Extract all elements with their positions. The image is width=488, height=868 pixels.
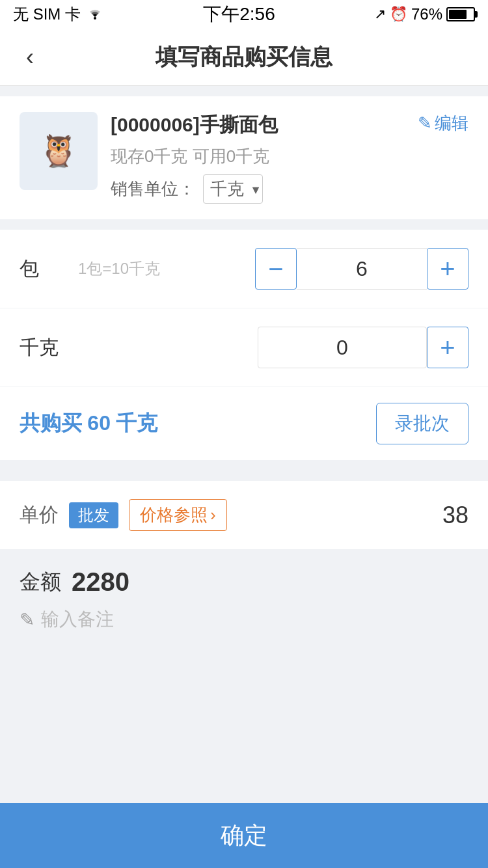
remark-row[interactable]: ✎ 输入备注 bbox=[20, 607, 468, 632]
quantity-label-bao: 包 bbox=[20, 256, 72, 282]
separator-1 bbox=[0, 219, 488, 230]
quantity-input-kg[interactable] bbox=[258, 327, 427, 368]
total-row: 共购买 60 千克 录批次 bbox=[0, 387, 488, 460]
unit-selector[interactable]: 千克 ▾ bbox=[203, 174, 263, 204]
product-info: [0000006]手撕面包 ✎ 编辑 现存0千克 可用0千克 销售单位： 千克 … bbox=[111, 112, 468, 204]
quantity-section: 包 1包=10千克 − + 千克 + bbox=[0, 230, 488, 387]
confirm-button[interactable]: 确定 bbox=[0, 803, 488, 868]
back-button[interactable]: ‹ bbox=[20, 37, 40, 77]
product-card: 🦉 [0000006]手撕面包 ✎ 编辑 现存0千克 可用0千克 销售单位： 千… bbox=[0, 96, 488, 219]
quantity-row-kg: 千克 + bbox=[0, 308, 488, 387]
quantity-controls-bao: − + bbox=[255, 248, 468, 290]
price-tag: 批发 bbox=[69, 502, 118, 528]
price-section: 单价 批发 价格参照 › 38 bbox=[0, 481, 488, 549]
quantity-label-kg: 千克 bbox=[20, 334, 72, 361]
batch-button[interactable]: 录批次 bbox=[376, 403, 468, 444]
amount-value: 2280 bbox=[72, 567, 129, 597]
quantity-row-bao: 包 1包=10千克 − + bbox=[0, 230, 488, 308]
status-icons: ↗ ⏰ 76% bbox=[374, 5, 475, 23]
price-row: 单价 批发 价格参照 › 38 bbox=[20, 499, 468, 531]
minus-button-bao[interactable]: − bbox=[255, 248, 297, 290]
plus-button-kg[interactable]: + bbox=[427, 327, 468, 368]
status-carrier: 无 SIM 卡 bbox=[13, 4, 104, 25]
separator-2 bbox=[0, 460, 488, 470]
bottom-spacer bbox=[0, 645, 488, 723]
unit-label: 销售单位： bbox=[111, 178, 195, 200]
quantity-input-bao[interactable] bbox=[297, 248, 427, 290]
price-value: 38 bbox=[442, 502, 468, 529]
amount-row: 金额 2280 bbox=[20, 567, 468, 597]
page-title: 填写商品购买信息 bbox=[156, 42, 332, 72]
product-unit-row: 销售单位： 千克 ▾ bbox=[111, 174, 468, 204]
location-icon: ↗ bbox=[374, 6, 386, 23]
total-text: 共购买 60 千克 bbox=[20, 409, 157, 438]
amount-label: 金额 bbox=[20, 568, 61, 597]
battery-percent: 76% bbox=[411, 5, 442, 23]
plus-button-bao[interactable]: + bbox=[427, 248, 468, 290]
quantity-hint-bao: 1包=10千克 bbox=[78, 258, 255, 279]
edit-icon: ✎ bbox=[418, 113, 432, 133]
battery-icon bbox=[446, 7, 475, 21]
amount-section: 金额 2280 ✎ 输入备注 bbox=[0, 549, 488, 645]
price-label: 单价 bbox=[20, 502, 59, 528]
product-name: [0000006]手撕面包 bbox=[111, 112, 278, 139]
product-stock: 现存0千克 可用0千克 bbox=[111, 145, 468, 168]
product-image: 🦉 bbox=[20, 112, 98, 190]
price-ref-button[interactable]: 价格参照 › bbox=[129, 499, 227, 531]
status-time: 下午2:56 bbox=[203, 2, 275, 27]
total-unit: 千克 bbox=[116, 411, 157, 435]
remark-icon: ✎ bbox=[20, 609, 34, 631]
edit-button[interactable]: ✎ 编辑 bbox=[418, 112, 468, 135]
quantity-controls-kg: + bbox=[258, 327, 468, 368]
alarm-icon: ⏰ bbox=[390, 6, 407, 23]
nav-bar: ‹ 填写商品购买信息 bbox=[0, 29, 488, 86]
total-amount: 60 bbox=[87, 411, 111, 435]
chevron-right-icon: › bbox=[210, 505, 216, 525]
carrier-text: 无 SIM 卡 bbox=[13, 4, 81, 25]
price-ref-label: 价格参照 bbox=[140, 504, 208, 526]
svg-point-0 bbox=[94, 17, 96, 20]
product-logo: 🦉 bbox=[39, 133, 78, 169]
remark-placeholder: 输入备注 bbox=[41, 607, 114, 632]
chevron-down-icon: ▾ bbox=[252, 182, 259, 197]
wifi-icon bbox=[86, 5, 104, 23]
status-bar: 无 SIM 卡 下午2:56 ↗ ⏰ 76% bbox=[0, 0, 488, 29]
